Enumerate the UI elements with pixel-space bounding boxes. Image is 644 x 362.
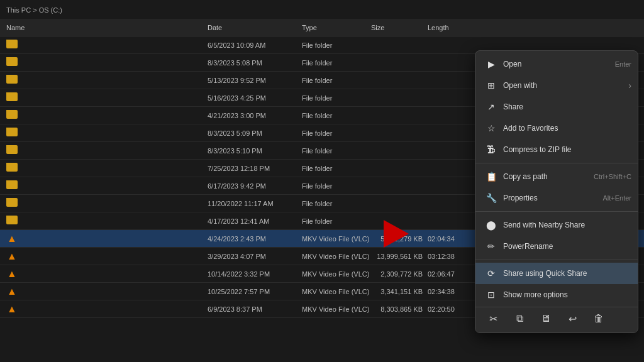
file-length: 02:06:47 [428, 270, 478, 278]
file-type: MKV Video File (VLC) [302, 235, 371, 243]
file-date: 11/20/2022 11:17 AM [208, 200, 302, 207]
menu-icon-open-with: ⊞ [486, 80, 497, 91]
file-length: 03:12:38 [428, 253, 478, 260]
menu-item-power-rename[interactable]: ✏ PowerRename [475, 236, 638, 257]
menu-shortcut: Ctrl+Shift+C [594, 173, 631, 180]
menu-separator [475, 211, 638, 212]
paste-icon[interactable]: 🖥 [538, 311, 553, 326]
file-name-cell: ▲ [6, 286, 208, 297]
file-type: File folder [302, 147, 371, 155]
file-date: 6/9/2023 8:37 PM [208, 305, 302, 313]
menu-label: Compress to ZIP file [503, 145, 571, 154]
file-type: File folder [302, 200, 371, 207]
menu-item-copy-path[interactable]: 📋 Copy as path Ctrl+Shift+C [475, 166, 638, 187]
menu-label: Share using Quick Share [503, 269, 587, 278]
folder-icon [6, 128, 19, 139]
file-type: File folder [302, 217, 371, 225]
menu-item-more-options[interactable]: ⊡ Show more options [475, 284, 638, 305]
folder-icon [6, 110, 19, 121]
file-date: 5/16/2023 4:25 PM [208, 94, 302, 102]
file-length: 02:04:34 [428, 235, 478, 243]
menu-item-compress-zip[interactable]: 🗜 Compress to ZIP file [475, 139, 638, 160]
file-date: 6/17/2023 9:42 PM [208, 182, 302, 190]
file-type: File folder [302, 129, 371, 137]
file-name-cell [6, 40, 208, 51]
menu-icon-nearby-share: ⬤ [486, 219, 497, 231]
menu-label: Add to Favorites [503, 124, 558, 133]
header-size: Size [371, 24, 428, 31]
file-name-cell [6, 128, 208, 139]
file-name-cell: ▲ [6, 304, 208, 315]
menu-bottom-icons: ✂⧉🖥↩🗑 [475, 307, 638, 330]
copy-icon[interactable]: ⧉ [512, 311, 527, 326]
menu-icon-power-rename: ✏ [486, 241, 497, 252]
file-date: 4/17/2023 12:41 AM [208, 217, 302, 225]
share-icon[interactable]: ↩ [565, 311, 580, 326]
vlc-icon: ▲ [6, 251, 18, 262]
menu-item-properties[interactable]: 🔧 Properties Alt+Enter [475, 187, 638, 209]
file-type: File folder [302, 165, 371, 172]
file-date: 6/5/2023 10:09 AM [208, 41, 302, 49]
file-type: MKV Video File (VLC) [302, 270, 371, 278]
folder-icon [6, 163, 19, 174]
file-name-cell [6, 92, 208, 104]
file-date: 10/25/2022 7:57 PM [208, 288, 302, 295]
file-name-cell: ▲ [6, 268, 208, 280]
breadcrumb: This PC > OS (C:) [6, 6, 62, 14]
file-name-cell: ▲ [6, 233, 208, 244]
folder-icon [6, 75, 19, 86]
menu-item-share[interactable]: ↗ Share [475, 96, 638, 118]
file-type: File folder [302, 77, 371, 84]
vlc-icon: ▲ [6, 268, 18, 280]
table-header: Name Date Type Size Length [0, 19, 644, 36]
folder-icon [6, 216, 19, 227]
file-date: 8/3/2023 5:09 PM [208, 129, 302, 137]
menu-icon-properties: 🔧 [486, 192, 497, 204]
vlc-icon: ▲ [6, 233, 18, 244]
menu-item-quick-share[interactable]: ⟳ Share using Quick Share [475, 263, 638, 284]
file-name-cell [6, 180, 208, 192]
menu-icon-quick-share: ⟳ [486, 268, 497, 279]
file-name-cell [6, 216, 208, 227]
file-size: 3,341,151 KB [371, 288, 428, 295]
menu-label: PowerRename [503, 242, 553, 251]
file-length: 02:34:38 [428, 288, 478, 295]
menu-item-nearby-share[interactable]: ⬤ Send with Nearby Share [475, 214, 638, 236]
file-type: MKV Video File (VLC) [302, 305, 371, 313]
delete-icon[interactable]: 🗑 [591, 311, 606, 326]
menu-separator [475, 260, 638, 260]
header-date: Date [208, 24, 302, 31]
file-name-cell [6, 163, 208, 174]
arrow-head [384, 220, 409, 248]
file-date: 8/3/2023 5:10 PM [208, 147, 302, 155]
menu-shortcut: Alt+Enter [602, 194, 631, 202]
menu-label: Send with Nearby Share [503, 221, 585, 229]
file-size: 13,999,561 KB [371, 253, 428, 260]
file-type: File folder [302, 94, 371, 102]
file-date: 5/13/2023 9:52 PM [208, 77, 302, 84]
file-type: File folder [302, 59, 371, 67]
folder-icon [6, 92, 19, 104]
menu-label: Share [503, 102, 523, 111]
file-date: 7/25/2023 12:18 PM [208, 165, 302, 172]
menu-icon-open: ▶ [486, 58, 497, 70]
file-type: File folder [302, 182, 371, 190]
cut-icon[interactable]: ✂ [486, 311, 501, 326]
file-date: 4/24/2023 2:43 PM [208, 235, 302, 243]
file-type: MKV Video File (VLC) [302, 253, 371, 260]
file-name-cell [6, 57, 208, 69]
file-name-cell [6, 110, 208, 121]
folder-icon [6, 40, 19, 51]
menu-item-open-with[interactable]: ⊞ Open with › [475, 75, 638, 96]
menu-item-add-favorites[interactable]: ☆ Add to Favorites [475, 118, 638, 139]
file-name-cell [6, 75, 208, 86]
menu-separator [475, 163, 638, 163]
file-name-cell [6, 145, 208, 156]
menu-label: Open with [503, 81, 537, 90]
file-name-cell [6, 198, 208, 209]
context-menu: ▶ Open Enter ⊞ Open with › ↗ Share ☆ Add… [475, 50, 638, 333]
menu-item-open[interactable]: ▶ Open Enter [475, 53, 638, 75]
file-date: 8/3/2023 5:08 PM [208, 59, 302, 67]
header-length: Length [428, 24, 478, 31]
file-date: 10/14/2022 3:32 PM [208, 270, 302, 278]
